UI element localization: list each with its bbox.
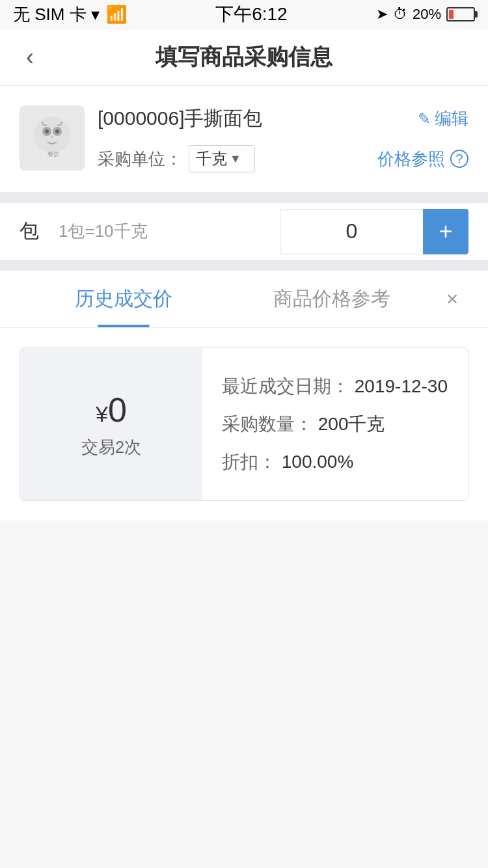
nav-bar: ‹ 填写商品采购信息 (0, 29, 488, 86)
main-background (0, 521, 488, 868)
transaction-discount-label: 折扣： (222, 452, 277, 472)
transaction-details-section: 最近成交日期： 2019-12-30 采购数量： 200千克 折扣： 100.0… (202, 348, 468, 500)
product-logo-icon: 餐饮 (29, 112, 75, 165)
tab-history-price[interactable]: 历史成交价 (20, 271, 228, 327)
quantity-unit-label: 包 (20, 218, 46, 245)
section-divider-2 (0, 260, 488, 271)
price-ref-button[interactable]: 价格参照 ? (377, 148, 468, 170)
unit-label: 采购单位： 千克 ▼ (98, 145, 255, 172)
section-divider (0, 193, 488, 203)
quantity-row: 包 1包=10千克 + (0, 203, 488, 260)
transaction-quantity-label: 采购数量： (222, 414, 313, 434)
svg-point-0 (34, 116, 70, 153)
currency-symbol: ¥ (96, 401, 108, 426)
quantity-plus-button[interactable]: + (423, 209, 468, 254)
back-button[interactable]: ‹ (20, 37, 40, 77)
quantity-unit-desc: 1包=10千克 (59, 220, 148, 243)
edit-icon: ✎ (418, 110, 431, 128)
unit-select[interactable]: 千克 ▼ (189, 145, 255, 172)
product-card: 餐饮 [0000006]手撕面包 ✎ 编辑 采购单位： 千克 ▼ 价格参照 (0, 86, 488, 193)
product-thumbnail: 餐饮 (20, 105, 85, 170)
transaction-discount-row: 折扣： 100.00% (222, 450, 448, 474)
battery-percent: 20% (413, 6, 441, 23)
product-name: [0000006]手撕面包 (98, 105, 262, 132)
info-icon: ? (450, 150, 468, 168)
wifi-icon: 📶 (106, 5, 127, 25)
tabs-close-button[interactable]: × (436, 283, 468, 316)
svg-point-4 (55, 129, 59, 133)
transaction-discount-value: 100.00% (282, 452, 354, 472)
edit-button[interactable]: ✎ 编辑 (418, 107, 468, 130)
status-bar: 无 SIM 卡 ▾ 📶 下午6:12 ➤ ⏱ 20% (0, 0, 488, 29)
tab-content: ¥0 交易2次 最近成交日期： 2019-12-30 采购数量： 200千克 折… (0, 328, 488, 521)
quantity-input[interactable] (280, 209, 423, 254)
svg-text:餐饮: 餐饮 (47, 151, 59, 157)
transaction-date-label: 最近成交日期： (222, 376, 349, 396)
transaction-price: ¥0 (96, 390, 127, 429)
time-display: 下午6:12 (215, 2, 288, 27)
transaction-date-value: 2019-12-30 (355, 376, 448, 396)
dropdown-arrow-icon: ▼ (230, 152, 241, 166)
svg-point-3 (45, 129, 49, 133)
product-info: [0000006]手撕面包 ✎ 编辑 采购单位： 千克 ▼ 价格参照 ? (98, 105, 468, 172)
tabs-header: 历史成交价 商品价格参考 × (0, 271, 488, 328)
quantity-input-area: + (161, 209, 468, 254)
location-icon: ➤ (376, 6, 388, 23)
alarm-icon: ⏱ (393, 6, 407, 23)
transaction-quantity-value: 200千克 (318, 414, 385, 434)
tabs-panel: 历史成交价 商品价格参考 × ¥0 交易2次 最近成交日期： 2019-12-3… (0, 271, 488, 521)
transaction-price-section: ¥0 交易2次 (20, 348, 202, 500)
status-right: ➤ ⏱ 20% (376, 6, 475, 23)
transaction-trades: 交易2次 (81, 436, 141, 459)
battery-icon (446, 7, 475, 21)
carrier-text: 无 SIM 卡 ▾ (13, 3, 100, 26)
tab-price-ref[interactable]: 商品价格参考 (228, 271, 436, 327)
transaction-card: ¥0 交易2次 最近成交日期： 2019-12-30 采购数量： 200千克 折… (20, 347, 468, 501)
page-title: 填写商品采购信息 (156, 42, 332, 72)
status-left: 无 SIM 卡 ▾ 📶 (13, 3, 127, 26)
product-unit-row: 采购单位： 千克 ▼ 价格参照 ? (98, 145, 468, 172)
product-header: [0000006]手撕面包 ✎ 编辑 (98, 105, 468, 132)
transaction-quantity-row: 采购数量： 200千克 (222, 412, 448, 437)
transaction-date-row: 最近成交日期： 2019-12-30 (222, 374, 448, 399)
